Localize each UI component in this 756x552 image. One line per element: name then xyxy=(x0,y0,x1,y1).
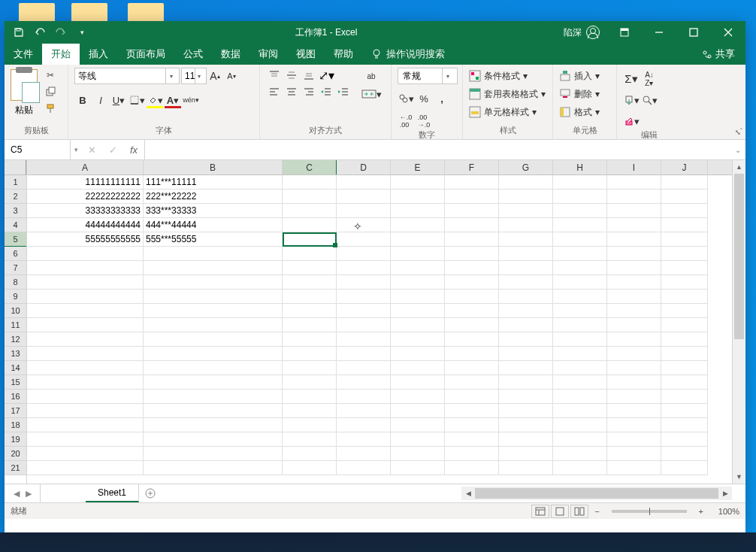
cell[interactable] xyxy=(445,347,499,361)
page-layout-view-icon[interactable] xyxy=(551,505,569,518)
user-avatar-icon[interactable] xyxy=(586,26,600,39)
cell[interactable] xyxy=(553,175,607,190)
row-header[interactable]: 21 xyxy=(5,461,26,475)
border-icon[interactable]: ▾ xyxy=(129,92,145,108)
cell[interactable] xyxy=(661,261,708,275)
cell[interactable] xyxy=(445,175,499,190)
cell[interactable] xyxy=(445,461,499,475)
cell[interactable] xyxy=(144,332,283,347)
row-header[interactable]: 8 xyxy=(5,275,26,290)
cell[interactable] xyxy=(553,304,607,318)
cell[interactable]: 11111111111 xyxy=(27,175,144,190)
cell[interactable] xyxy=(661,275,708,290)
column-header[interactable]: I xyxy=(607,160,661,174)
cell[interactable] xyxy=(283,175,337,190)
cell[interactable] xyxy=(283,347,337,361)
decrease-indent-icon[interactable] xyxy=(318,84,334,99)
cell[interactable] xyxy=(144,361,283,375)
cell[interactable] xyxy=(27,347,144,361)
cell[interactable] xyxy=(283,290,337,304)
cell[interactable] xyxy=(283,232,337,247)
cell[interactable] xyxy=(27,275,144,290)
fill-icon[interactable]: ▾ xyxy=(623,92,640,108)
column-header[interactable]: D xyxy=(337,160,391,174)
cell[interactable] xyxy=(607,275,661,290)
cell[interactable] xyxy=(283,461,337,475)
column-header[interactable]: G xyxy=(499,160,553,174)
cell[interactable] xyxy=(391,175,445,190)
close-button[interactable] xyxy=(711,21,745,44)
cell[interactable] xyxy=(27,247,144,261)
autosum-icon[interactable]: Σ▾ xyxy=(623,71,640,87)
cell[interactable] xyxy=(337,447,391,461)
cell[interactable] xyxy=(499,247,553,261)
cell[interactable] xyxy=(553,204,607,218)
cell[interactable] xyxy=(607,232,661,247)
paste-button[interactable]: 粘贴 xyxy=(11,68,38,117)
merge-cells-icon[interactable]: ▾ xyxy=(361,86,382,102)
scroll-left-icon[interactable]: ◀ xyxy=(461,487,475,500)
align-center-icon[interactable] xyxy=(283,84,300,99)
cell[interactable] xyxy=(607,318,661,332)
column-header[interactable]: E xyxy=(391,160,445,174)
cell[interactable] xyxy=(553,432,607,447)
cell[interactable] xyxy=(283,447,337,461)
cell[interactable] xyxy=(337,332,391,347)
cell[interactable] xyxy=(144,418,283,432)
cell[interactable] xyxy=(661,461,708,475)
insert-cells-button[interactable]: 插入▾ xyxy=(559,68,600,84)
cell[interactable] xyxy=(27,304,144,318)
normal-view-icon[interactable] xyxy=(531,505,549,518)
row-header[interactable]: 17 xyxy=(5,404,26,418)
row-header[interactable]: 16 xyxy=(5,390,26,404)
cell[interactable] xyxy=(661,375,708,390)
cell[interactable] xyxy=(283,432,337,447)
underline-button[interactable]: U▾ xyxy=(110,92,127,108)
cell[interactable] xyxy=(445,390,499,404)
cell[interactable] xyxy=(283,204,337,218)
minimize-button[interactable] xyxy=(642,21,676,44)
cell[interactable] xyxy=(499,361,553,375)
cell[interactable] xyxy=(391,290,445,304)
cell[interactable] xyxy=(391,204,445,218)
cell[interactable] xyxy=(445,190,499,204)
cell[interactable] xyxy=(27,261,144,275)
align-left-icon[interactable] xyxy=(266,84,283,99)
cell[interactable] xyxy=(391,418,445,432)
qat-customize-icon[interactable]: ▾ xyxy=(72,23,92,42)
cell[interactable] xyxy=(499,204,553,218)
cell[interactable] xyxy=(391,304,445,318)
cell[interactable] xyxy=(337,204,391,218)
copy-icon[interactable] xyxy=(42,84,59,99)
cell[interactable] xyxy=(445,375,499,390)
cell[interactable] xyxy=(499,261,553,275)
align-right-icon[interactable] xyxy=(301,84,317,99)
format-painter-icon[interactable] xyxy=(42,101,59,116)
row-header[interactable]: 4 xyxy=(5,218,26,232)
cell[interactable] xyxy=(661,390,708,404)
align-top-icon[interactable] xyxy=(266,68,283,83)
scroll-down-icon[interactable]: ▼ xyxy=(733,470,745,484)
cell[interactable] xyxy=(499,175,553,190)
cell[interactable] xyxy=(391,275,445,290)
cell[interactable] xyxy=(499,304,553,318)
cell[interactable] xyxy=(499,375,553,390)
cell[interactable] xyxy=(607,347,661,361)
cell[interactable] xyxy=(391,347,445,361)
cell[interactable] xyxy=(553,347,607,361)
cell[interactable] xyxy=(553,275,607,290)
name-box-dropdown-icon[interactable]: ▾ xyxy=(71,140,81,159)
windows-taskbar[interactable] xyxy=(0,532,756,552)
name-box[interactable]: C5 xyxy=(5,140,71,159)
cell[interactable]: 22222222222 xyxy=(27,190,144,204)
orientation-icon[interactable]: ⤢▾ xyxy=(318,68,334,83)
cell[interactable] xyxy=(553,447,607,461)
cell[interactable] xyxy=(283,261,337,275)
sort-filter-icon[interactable]: A↓Z▾ xyxy=(641,71,658,87)
cell[interactable] xyxy=(607,461,661,475)
cell[interactable] xyxy=(661,432,708,447)
row-header[interactable]: 7 xyxy=(5,261,26,275)
cell[interactable] xyxy=(445,304,499,318)
row-header[interactable]: 2 xyxy=(5,190,26,204)
cell[interactable] xyxy=(445,290,499,304)
